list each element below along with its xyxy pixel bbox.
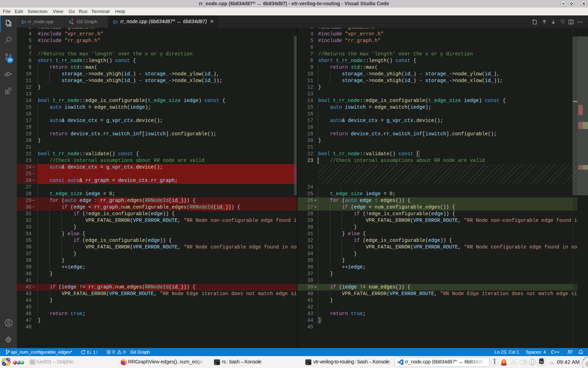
svg-text:C: C <box>113 19 117 25</box>
svg-text:i: i <box>494 359 495 365</box>
svg-text:C: C <box>21 19 25 25</box>
svg-text:!: ! <box>503 360 505 364</box>
